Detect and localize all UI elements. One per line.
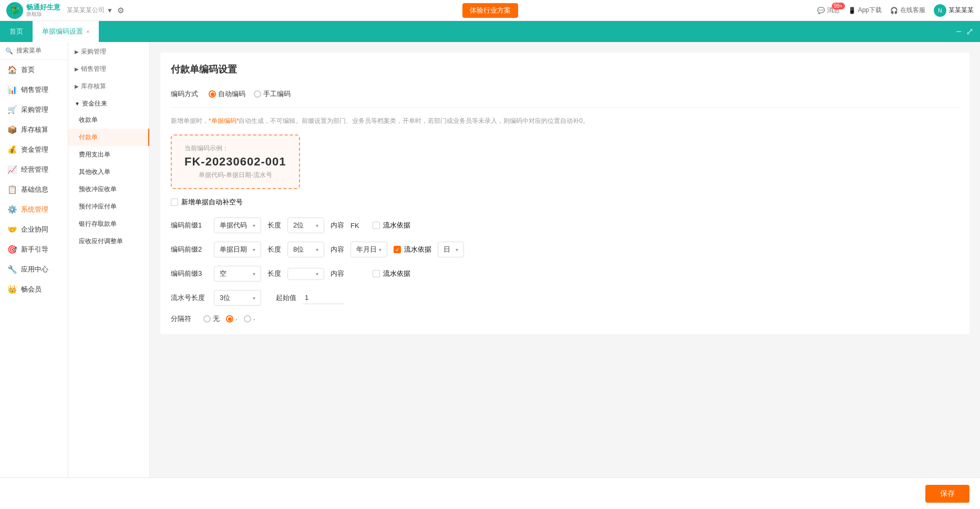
sidebar-item-purchase[interactable]: 🛒 采购管理 <box>0 100 68 120</box>
app-download-btn[interactable]: 📱 App下载 <box>848 6 882 15</box>
company-name: 畅通好生意 <box>26 3 60 12</box>
serial1-checkbox[interactable] <box>373 222 380 229</box>
home-icon: 🏠 <box>7 65 17 75</box>
subnav-item-other-income[interactable]: 其他收入单 <box>68 163 149 181</box>
auto-fill-checkbox[interactable] <box>171 199 178 206</box>
subnav-group-inventory-title[interactable]: ▶ 库存核算 <box>68 77 149 94</box>
subnav-group-sales: ▶ 销售管理 <box>68 59 149 77</box>
sidebar-item-member[interactable]: 👑 畅会员 <box>0 279 68 299</box>
serial1-label: 流水依据 <box>383 221 410 230</box>
sidebar-item-basics[interactable]: 📋 基础信息 <box>0 180 68 200</box>
chevron-right-icon: ▶ <box>75 84 79 89</box>
chevron-right-icon: ▶ <box>75 49 79 55</box>
encoding-method-row: 编码方式 自动编码 手工编码 <box>171 84 959 108</box>
separator-dot-radio[interactable] <box>244 315 251 323</box>
appstore-icon: 🔧 <box>7 265 17 274</box>
sidebar-item-system[interactable]: ⚙️ 系统管理 <box>0 200 68 220</box>
settings-icon[interactable]: ⚙ <box>117 6 124 15</box>
manual-code-option[interactable]: 手工编码 <box>254 89 291 99</box>
sidebar-item-sales[interactable]: 📊 销售管理 <box>0 80 68 100</box>
tab-bar-actions: − ⤢ <box>956 26 980 37</box>
serial1-checkbox-row: 流水依据 <box>373 221 410 230</box>
save-button[interactable]: 保存 <box>925 485 969 503</box>
user-info[interactable]: N 某某某某 <box>934 4 974 17</box>
chevron-down-icon: ▾ <box>253 295 255 301</box>
prefix3-select[interactable]: 空 ▾ <box>214 266 261 282</box>
company-selector[interactable]: 某某某某公司 ▼ <box>67 6 113 15</box>
subnav-item-expense[interactable]: 费用支出单 <box>68 146 149 163</box>
hint-text: 新增单据时，*单据编码*自动生成，不可编辑。前缀设置为部门、业务员等档案类，开单… <box>171 116 959 126</box>
start-value-input[interactable] <box>303 292 345 304</box>
serial3-checkbox[interactable] <box>373 270 380 277</box>
sidebar-item-finance[interactable]: 💰 资金管理 <box>0 140 68 160</box>
edition-label: 旗舰版 <box>26 11 60 17</box>
subnav-item-receipt[interactable]: 收款单 <box>68 111 149 129</box>
encoding-method-label: 编码方式 <box>171 89 198 99</box>
sub-navigation: ▶ 采购管理 ▶ 销售管理 ▶ 库存核算 ▼ 资金往来 收款单 <box>68 42 150 509</box>
industry-btn[interactable]: 体验行业方案 <box>462 3 518 18</box>
sidebar-item-home[interactable]: 🏠 首页 <box>0 60 68 80</box>
inventory-icon: 📦 <box>7 125 17 134</box>
length2-select[interactable]: 8位 ▾ <box>287 242 324 257</box>
serial2-period-select[interactable]: 日 ▾ <box>438 242 464 257</box>
page-title: 付款单编码设置 <box>171 63 959 76</box>
separator-label: 分隔符 <box>171 314 197 324</box>
auto-code-radio[interactable] <box>209 90 216 98</box>
length3-select[interactable]: ▾ <box>287 268 324 280</box>
sidebar-item-appstore[interactable]: 🔧 应用中心 <box>0 259 68 279</box>
system-icon: ⚙️ <box>7 205 17 214</box>
serial-length-select[interactable]: 3位 ▾ <box>214 290 261 306</box>
code-example-desc: 单据代码-单据日期-流水号 <box>184 171 286 180</box>
maximize-icon[interactable]: ⤢ <box>966 26 974 37</box>
separator-none-option[interactable]: 无 <box>203 314 220 324</box>
subnav-group-sales-title[interactable]: ▶ 销售管理 <box>68 59 149 77</box>
auto-code-option[interactable]: 自动编码 <box>209 89 245 99</box>
sidebar-item-guide[interactable]: 🎯 新手引导 <box>0 240 68 259</box>
subnav-item-payment[interactable]: 付款单 <box>68 129 149 146</box>
subnav-item-advance-offset-payable[interactable]: 预付冲应付单 <box>68 198 149 215</box>
chevron-down-icon: ▾ <box>253 271 255 277</box>
sidebar-item-enterprise[interactable]: 🤝 企业协同 <box>0 220 68 240</box>
sidebar-item-inventory[interactable]: 📦 库存核算 <box>0 120 68 140</box>
tab-code-settings[interactable]: 单据编码设置 × <box>33 21 99 42</box>
prefix2-select[interactable]: 单据日期 ▾ <box>214 242 261 257</box>
serial-length-row: 流水号长度 3位 ▾ 起始值 <box>171 290 959 306</box>
subnav-item-ap-ar-adjust[interactable]: 应收应付调整单 <box>68 233 149 250</box>
subnav-group-purchase-title[interactable]: ▶ 采购管理 <box>68 42 149 59</box>
separator-dot-option[interactable]: · <box>244 315 255 323</box>
minimize-icon[interactable]: − <box>956 26 962 37</box>
chevron-down-icon: ▾ <box>253 247 255 253</box>
settings-panel: 付款单编码设置 编码方式 自动编码 手工编码 新增单据时，*单据编码* <box>160 53 969 334</box>
separator-dash-option[interactable]: · <box>226 315 238 323</box>
manual-code-radio[interactable] <box>254 90 261 98</box>
separator-none-radio[interactable] <box>203 315 211 323</box>
prefix1-select[interactable]: 单据代码 ▾ <box>214 217 261 233</box>
content2-select[interactable]: 年月日 ▾ <box>350 242 387 257</box>
sidebar-item-operations[interactable]: 📈 经营管理 <box>0 160 68 180</box>
serial2-checkbox[interactable] <box>394 246 401 253</box>
tab-bar: 首页 单据编码设置 × − ⤢ <box>0 21 980 42</box>
code-example-box: 当前编码示例： FK-20230602-001 单据代码-单据日期-流水号 <box>171 134 300 189</box>
length1-label: 长度 <box>267 221 281 230</box>
separator-dash-radio[interactable] <box>226 315 233 323</box>
length1-select[interactable]: 2位 ▾ <box>287 217 324 233</box>
enterprise-icon: 🤝 <box>7 225 17 234</box>
tab-close-icon[interactable]: × <box>86 28 89 35</box>
subnav-item-advance-offset-receivable[interactable]: 预收冲应收单 <box>68 181 149 198</box>
basics-icon: 📋 <box>7 185 17 194</box>
online-service-btn[interactable]: 🎧 在线客服 <box>890 6 925 15</box>
start-value-label: 起始值 <box>276 293 296 303</box>
operations-icon: 📈 <box>7 165 17 174</box>
message-btn[interactable]: 💬 消息 99+ <box>817 6 840 15</box>
search-icon: 🔍 <box>5 47 13 55</box>
prefix2-row: 编码前缀2 单据日期 ▾ 长度 8位 ▾ 内容 年月日 ▾ 流水依据 <box>171 242 959 257</box>
auto-fill-label: 新增单据自动补空号 <box>181 198 243 207</box>
serial3-checkbox-row: 流水依据 <box>373 269 410 278</box>
search-menu[interactable]: 🔍 搜索菜单 <box>0 42 68 60</box>
subnav-group-capital-title[interactable]: ▼ 资金往来 <box>68 94 149 111</box>
tab-home[interactable]: 首页 <box>0 21 33 42</box>
content2-label: 内容 <box>331 245 344 254</box>
prefix3-label: 编码前缀3 <box>171 269 208 278</box>
prefix2-label: 编码前缀2 <box>171 245 208 254</box>
subnav-item-bank-deposit[interactable]: 银行存取款单 <box>68 215 149 233</box>
